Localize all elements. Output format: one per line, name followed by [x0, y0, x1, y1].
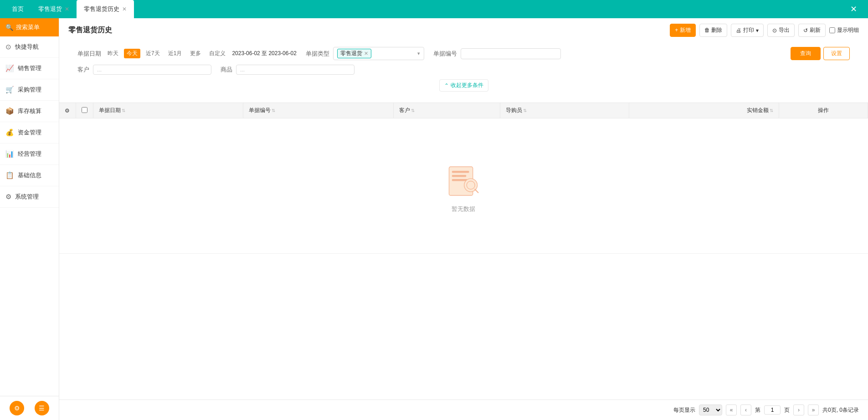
customer-selector[interactable]: ...: [93, 65, 211, 75]
export-button[interactable]: ⊙ 导出: [767, 24, 795, 37]
th-amount[interactable]: 实销金额⇅: [629, 103, 779, 118]
first-page-button[interactable]: «: [726, 405, 737, 415]
print-button[interactable]: 🖨 打印 ▾: [731, 24, 764, 37]
sidebar-item-sales-label: 销售管理: [18, 64, 41, 72]
sort-docno-icon: ⇅: [272, 108, 275, 113]
tab-retail-return[interactable]: 零售退货 ✕: [31, 0, 77, 18]
sidebar-item-basic-info[interactable]: 📋 基础信息: [0, 165, 59, 186]
date-opt-custom[interactable]: 自定义: [206, 49, 228, 58]
tab-bar: 首页 零售退货 ✕ 零售退货历史 ✕: [5, 0, 847, 18]
total-label: 共0页, 0条记录: [822, 406, 859, 414]
filter-date: 单据日期 昨天 今天 近7天 近1月 更多 自定义 2023-06-02 至 2…: [77, 49, 297, 58]
svg-rect-3: [452, 179, 467, 181]
toolbar: + 新增 🗑 删除 🖨 打印 ▾ ⊙ 导出 ↺: [670, 24, 859, 37]
window-close-button[interactable]: ✕: [847, 4, 861, 14]
date-opt-today[interactable]: 今天: [124, 49, 140, 58]
prev-page-button[interactable]: ‹: [740, 405, 751, 415]
customer-label: 客户: [77, 66, 89, 74]
sidebar-item-sales[interactable]: 📈 销售管理: [0, 58, 59, 79]
sidebar-search[interactable]: 🔍 搜索菜单: [0, 18, 59, 36]
th-date[interactable]: 单据日期⇅: [93, 103, 243, 118]
sidebar-item-purchase[interactable]: 🛒 采购管理: [0, 79, 59, 101]
show-detail-checkbox[interactable]: [829, 27, 835, 33]
tab-retail-return-history-label: 零售退货历史: [84, 5, 119, 13]
page-size-select[interactable]: 10 20 50 100: [699, 405, 722, 415]
page-title-row: 零售退货历史 + 新增 🗑 删除 🖨 打印 ▾ ⊙ 导出: [68, 24, 859, 37]
filter-doc-no: 单据编号: [433, 48, 561, 59]
sidebar-bottom: ⚙ ☰: [0, 396, 59, 420]
gear-icon: ⚙: [14, 405, 20, 412]
sidebar-item-inventory-label: 库存核算: [18, 107, 41, 115]
th-action: 操作: [779, 103, 868, 118]
select-all-checkbox[interactable]: [82, 107, 87, 113]
table-container: ⚙ 单据日期⇅ 单据编号⇅ 客: [59, 103, 868, 400]
settings-button[interactable]: 设置: [823, 47, 850, 60]
doc-type-tag-close[interactable]: ✕: [364, 51, 368, 56]
page-input[interactable]: [764, 405, 781, 415]
sort-amount-icon: ⇅: [770, 108, 773, 113]
doc-type-selector[interactable]: 零售退货 ✕ ▾: [333, 47, 424, 60]
sidebar-item-finance[interactable]: 💰 资金管理: [0, 122, 59, 143]
next-page-button[interactable]: ›: [793, 405, 804, 415]
th-guide[interactable]: 导购员⇅: [500, 103, 629, 118]
last-page-button[interactable]: »: [808, 405, 819, 415]
sidebar-item-management[interactable]: 📊 经营管理: [0, 143, 59, 165]
tab-home[interactable]: 首页: [5, 0, 31, 18]
quick-nav-icon: ⊙: [5, 43, 11, 51]
doc-type-dropdown-arrow: ▾: [417, 51, 420, 56]
pagination-bar: 每页显示 10 20 50 100 « ‹ 第 页 › » 共0页, 0条记录: [59, 400, 868, 420]
filter-goods: 商品 ...: [221, 65, 354, 75]
tab-retail-return-history[interactable]: 零售退货历史 ✕: [77, 0, 134, 18]
content-area: 零售退货历史 + 新增 🗑 删除 🖨 打印 ▾ ⊙ 导出: [59, 18, 868, 420]
settings-icon[interactable]: ⚙: [65, 108, 70, 114]
sidebar-item-system[interactable]: ⚙ 系统管理: [0, 186, 59, 208]
purchase-icon: 🛒: [5, 86, 14, 94]
goods-selector[interactable]: ...: [236, 65, 354, 75]
basic-info-icon: 📋: [5, 171, 14, 179]
filter-row-2: 客户 ... 商品 ...: [77, 65, 850, 75]
sidebar-item-basic-info-label: 基础信息: [18, 171, 41, 179]
goods-placeholder: ...: [240, 67, 245, 73]
date-opt-7days[interactable]: 近7天: [143, 49, 163, 58]
finance-icon: 💰: [5, 128, 14, 137]
query-button[interactable]: 查询: [791, 47, 821, 60]
th-customer[interactable]: 客户⇅: [394, 103, 500, 118]
search-icon: 🔍: [5, 24, 13, 31]
sidebar-item-inventory[interactable]: 📦 库存核算: [0, 101, 59, 122]
collapse-button[interactable]: ⌃ 收起更多条件: [439, 79, 488, 92]
show-detail-checkbox-label[interactable]: 显示明细: [829, 26, 859, 34]
tab-retail-return-label: 零售退货: [38, 5, 62, 13]
system-icon: ⚙: [5, 193, 11, 201]
tab-retail-return-history-close[interactable]: ✕: [122, 6, 127, 12]
sidebar-item-purchase-label: 采购管理: [18, 86, 41, 94]
data-table: ⚙ 单据日期⇅ 单据编号⇅ 客: [59, 103, 868, 254]
menu-icon: ☰: [39, 405, 45, 412]
sidebar-item-finance-label: 资金管理: [18, 128, 41, 137]
date-opt-1month[interactable]: 近1月: [165, 49, 185, 58]
delete-button[interactable]: 🗑 删除: [699, 24, 727, 37]
doc-no-input[interactable]: [461, 48, 561, 59]
th-settings[interactable]: ⚙: [59, 103, 76, 118]
sidebar-item-management-label: 经营管理: [18, 150, 41, 158]
sidebar: 🔍 搜索菜单 ⊙ 快捷导航 📈 销售管理 🛒 采购管理 📦 库存核算 💰: [0, 18, 59, 420]
doc-type-tag: 零售退货 ✕: [337, 49, 371, 58]
refresh-button[interactable]: ↺ 刷新: [798, 24, 826, 37]
top-bar: 首页 零售退货 ✕ 零售退货历史 ✕ ✕: [0, 0, 868, 18]
th-doc-no[interactable]: 单据编号⇅: [243, 103, 394, 118]
sidebar-settings-button[interactable]: ⚙: [10, 401, 24, 415]
empty-state-icon: [443, 159, 484, 200]
print-dropdown-icon: ▾: [756, 27, 759, 34]
svg-rect-1: [452, 171, 469, 173]
filter-actions: 查询 设置: [791, 47, 850, 60]
new-button[interactable]: + 新增: [670, 24, 695, 37]
sidebar-item-quick-nav[interactable]: ⊙ 快捷导航: [0, 36, 59, 58]
th-checkbox[interactable]: [76, 103, 93, 118]
date-opt-more[interactable]: 更多: [187, 49, 204, 58]
empty-text: 暂无数据: [452, 205, 475, 213]
management-icon: 📊: [5, 150, 14, 158]
date-opt-yesterday[interactable]: 昨天: [105, 49, 121, 58]
tab-retail-return-close[interactable]: ✕: [65, 6, 69, 12]
doc-no-label: 单据编号: [433, 50, 457, 58]
sidebar-menu-button[interactable]: ☰: [35, 401, 49, 415]
filter-doc-type: 单据类型 零售退货 ✕ ▾: [306, 47, 424, 60]
